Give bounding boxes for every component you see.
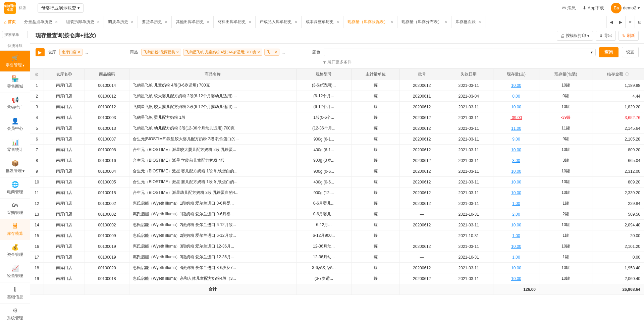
cell-stock-main[interactable]: 10.00 [493, 145, 539, 155]
cell-name: 合生元（BIOSTIME）派星 婴儿配方奶粉 1段 乳铁蛋白的... [129, 177, 296, 187]
tab-10[interactable]: 现存量（库存分布表） ✕ [397, 16, 451, 28]
cell-stock-main[interactable]: 10.00 [493, 177, 539, 187]
sidebar-quick-nav[interactable]: 快捷导航 [0, 41, 30, 51]
tab-5[interactable]: 其他出库单历史 ✕ [172, 16, 214, 28]
tab-7[interactable]: 产成品入库单历史 ✕ [256, 16, 302, 28]
query-btn[interactable]: 查询 [599, 47, 619, 57]
sidebar-item-retail-management[interactable]: 🛒 零售管理 ▾ [0, 51, 30, 72]
warehouse-more[interactable]: ... [85, 50, 88, 55]
close-icon[interactable]: ✕ [207, 20, 209, 24]
tab-scroll-right[interactable]: ▶ [616, 16, 625, 28]
sidebar-item-member-center[interactable]: 👤 会员中心 [0, 114, 30, 135]
cell-balance: 2,105.28 [592, 134, 644, 145]
sidebar-item-wholesale[interactable]: 📦 批发管理 ▾ [0, 156, 30, 177]
cell-expiry: 2021-03-11 [444, 220, 493, 230]
warehouse-tag-close[interactable]: ✕ [77, 50, 80, 54]
expand-icon: ▼ [323, 60, 327, 65]
close-icon[interactable]: ✕ [55, 20, 58, 24]
cell-stock-main[interactable]: 10.00 [493, 187, 539, 198]
refresh-btn[interactable]: ↻ 刷新 [619, 31, 639, 41]
tab-8[interactable]: 成本调整单历史 ✕ [302, 16, 343, 28]
cell-stock-main[interactable]: 10.00 [493, 241, 539, 252]
tab-maximize[interactable]: ⊡ [635, 16, 644, 28]
cell-stock-main[interactable]: 10.00 [493, 273, 539, 284]
cell-stock-main[interactable]: 10.00 [493, 263, 539, 273]
settings-btn[interactable]: 设置 [622, 47, 639, 57]
cell-stock-main[interactable]: 0.00 [493, 91, 539, 102]
close-icon[interactable]: ✕ [390, 20, 393, 24]
mall-icon: 🏪 [11, 75, 19, 83]
sidebar-item-ecommerce[interactable]: 🌐 电商管理 [0, 177, 30, 199]
product-tag-3[interactable]: 飞... ✕ [264, 49, 279, 56]
industry-selector[interactable]: 母婴行业演示账套 ▾ [38, 3, 84, 13]
sidebar-item-finance[interactable]: 💰 资金管理 [0, 240, 30, 261]
expand-filter-btn[interactable]: ▼ 展开更多条件 [36, 59, 639, 65]
product-tag-close-3[interactable]: ✕ [274, 50, 277, 54]
search-input[interactable] [2, 31, 28, 38]
cell-stock-main[interactable]: 1.00 [493, 252, 539, 263]
cell-name: 合生元（BIOSTIME）派星较大婴儿配方奶粉 2段 乳铁蛋... [129, 145, 296, 155]
close-icon[interactable]: ✕ [249, 20, 251, 24]
cell-no: 13 [30, 209, 44, 220]
product-tag-close-1[interactable]: ✕ [176, 50, 179, 54]
cell-stock-main[interactable]: 1.00 [493, 230, 539, 241]
tab-3[interactable]: 调拨单历史 ✕ [104, 16, 138, 28]
app-download-btn[interactable]: ⬇ App下载 [583, 5, 604, 11]
sidebar-item-inventory[interactable]: 🗄 库存核算 [0, 219, 30, 240]
cell-stock-main[interactable]: 9.00 [493, 134, 539, 145]
cell-unit: 罐 [352, 145, 400, 155]
sidebar-item-retail-mall[interactable]: 🏪 零售商城 [0, 72, 30, 93]
warehouse-tag[interactable]: 南库门店 ✕ [59, 49, 83, 56]
cell-batch: 20200612 [400, 166, 444, 177]
product-tag-1[interactable]: 飞鹤奶粉3段两提装 ✕ [141, 49, 181, 56]
tab-close-all[interactable]: ✕ [625, 16, 635, 28]
tab-home[interactable]: ⌂ 首页 [0, 16, 20, 28]
sidebar-item-purchase[interactable]: 🛍 采购管理 [0, 199, 30, 219]
cell-balance: 229.84 [592, 198, 644, 209]
product-tag-2[interactable]: 飞鹤星飞帆 儿童奶粉 4段(3-6岁适用) 700克 ✕ [183, 49, 262, 56]
close-icon[interactable]: ✕ [294, 20, 297, 24]
product-tag-close-2[interactable]: ✕ [257, 50, 260, 54]
tab-11[interactable]: 库存批次账 ✕ [451, 16, 485, 28]
sidebar-item-basic-info[interactable]: ℹ 基础信息 [0, 282, 30, 304]
template-print-btn[interactable]: 🖨 按模板打印 ▾ [557, 31, 593, 41]
sidebar-item-retail-stats[interactable]: 📊 零售统计 [0, 135, 30, 156]
close-icon[interactable]: ✕ [131, 20, 133, 24]
filter-toggle-btn[interactable]: ▶ [36, 48, 45, 56]
cell-stock-main[interactable]: 10.00 [493, 166, 539, 177]
settings-icon[interactable]: ⚙ [35, 72, 39, 77]
sidebar-item-system[interactable]: ⚙ 系统管理 [0, 304, 30, 322]
cell-name: 合生元（BIOSTIME）派星幼儿配方奶粉 3段 乳铁蛋白的4... [129, 187, 296, 198]
close-icon[interactable]: ✕ [478, 20, 481, 24]
cell-warehouse: 南库门店 [44, 273, 85, 284]
tab-4[interactable]: 要货单历史 ✕ [138, 16, 172, 28]
cell-expiry: 2021-10-31 [444, 252, 493, 263]
sidebar-item-business[interactable]: 📈 经营管理 [0, 261, 30, 282]
tab-2[interactable]: 组装拆卸单历史 ✕ [62, 16, 104, 28]
close-icon[interactable]: ✕ [336, 20, 339, 24]
tab-9[interactable]: 现存量（库存状况表） ✕ [343, 16, 397, 28]
tab-scroll-left[interactable]: ◀ [606, 16, 616, 28]
tab-6[interactable]: 材料出库单历史 ✕ [214, 16, 256, 28]
balance-info-icon[interactable]: ⓘ [625, 72, 629, 76]
cell-stock-main[interactable]: 11.00 [493, 123, 539, 134]
close-icon[interactable]: ✕ [97, 20, 100, 24]
cell-stock-main[interactable]: 1.00 [493, 198, 539, 209]
cell-stock-main[interactable]: -39.00 [493, 112, 539, 123]
export-btn[interactable]: ⬇ 导出 [596, 31, 616, 41]
message-btn[interactable]: ✉ 消息 [562, 5, 576, 11]
table-row: 10 南库门店 00100005 合生元（BIOSTIME）派星 婴儿配方奶粉 … [30, 177, 644, 187]
close-icon[interactable]: ✕ [165, 20, 167, 24]
product-more[interactable]: ... [281, 50, 285, 55]
cell-stock-main[interactable]: 10.00 [493, 102, 539, 112]
cell-stock-main[interactable]: 2.00 [493, 209, 539, 220]
color-dropdown[interactable]: ▾ [324, 49, 596, 56]
user-profile[interactable]: Ea demo2 ▾ [611, 3, 640, 13]
cell-stock-main[interactable]: 10.00 [493, 80, 539, 91]
sidebar-item-marketing[interactable]: 📢 营销推广 [0, 93, 30, 114]
tab-1[interactable]: 分量盘点单历史 ✕ [20, 16, 62, 28]
close-icon[interactable]: ✕ [444, 20, 447, 24]
cell-stock-main[interactable]: 10.00 [493, 220, 539, 230]
cell-balance: 1,189.88 [592, 80, 644, 91]
cell-stock-main[interactable]: 3.00 [493, 155, 539, 166]
